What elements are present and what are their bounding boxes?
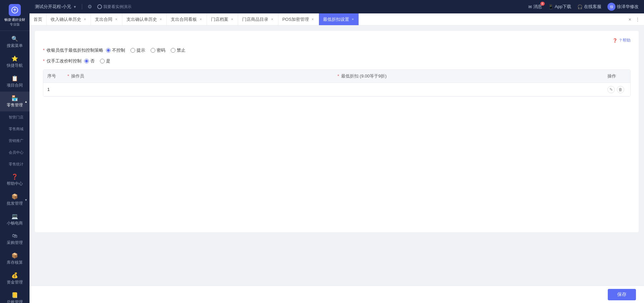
tab-close-icon[interactable]: ×: [230, 17, 234, 21]
main-area: 测试分开花程-小兄 ▼ ⚙ 我要看实例演示 ✉ 消息 8 📱 App下载 🎧 在…: [30, 0, 644, 303]
sidebar-item-project-contract[interactable]: 📋 项目合同: [0, 72, 30, 92]
trash-icon: 🗑: [619, 87, 623, 92]
edit-row-button[interactable]: ✎: [607, 86, 615, 93]
avatar: 徐: [607, 3, 615, 11]
sidebar-item-member-center[interactable]: 会员中心: [0, 147, 30, 158]
sidebar-item-help-center[interactable]: ❓ 帮助中心: [0, 170, 30, 190]
edit-icon: ✎: [609, 87, 613, 92]
tab-pos-manage[interactable]: POS加密管理 ×: [278, 13, 319, 25]
tab-store-file[interactable]: 门店档案 ×: [207, 13, 238, 25]
sidebar-item-ledger[interactable]: 📒 总账管理: [0, 289, 30, 303]
topbar-project-name: 测试分开花程-小兄: [35, 4, 71, 10]
option-password[interactable]: 密码: [151, 47, 165, 53]
discount-strategy-options: 不控制 提示 密码 禁止: [106, 47, 185, 53]
discount-table: 序号 * 操作员 * 最低折扣 (9.00等于9折) 操作: [43, 69, 631, 97]
delete-row-button[interactable]: 🗑: [617, 86, 624, 93]
sidebar-item-marketing[interactable]: 营销推广: [0, 135, 30, 147]
sidebar-item-search[interactable]: 🔍 搜索菜单: [0, 32, 30, 52]
topbar-demo[interactable]: 我要看实例演示: [97, 4, 131, 10]
tab-payment-confirm[interactable]: 支出确认单历史 ×: [122, 13, 167, 25]
search-icon: 🔍: [11, 36, 18, 42]
topbar: 测试分开花程-小兄 ▼ ⚙ 我要看实例演示 ✉ 消息 8 📱 App下载 🎧 在…: [30, 0, 644, 13]
sidebar-logo-text: 畅捷·通好业财 专业版: [4, 17, 25, 27]
radio-forbid[interactable]: [171, 48, 175, 53]
option-yes[interactable]: 是: [100, 58, 110, 64]
td-min-discount[interactable]: [333, 84, 603, 95]
content-area: ❓ ？帮助 * 收银员低于最低折扣控制策略 不控制: [30, 26, 644, 286]
tab-payment-contract[interactable]: 支出合同 ×: [91, 13, 122, 25]
app-icon: 📱: [548, 4, 553, 9]
tabs-close-icon[interactable]: ×: [627, 16, 633, 23]
topbar-project[interactable]: 测试分开花程-小兄 ▼: [35, 4, 76, 10]
package-icon: 📦: [11, 193, 18, 200]
tab-store-products[interactable]: 门店商品目录 ×: [238, 13, 278, 25]
star-icon: ⭐: [11, 55, 18, 62]
message-icon: ✉: [528, 4, 532, 9]
tab-close-active-icon[interactable]: ×: [351, 17, 355, 21]
sidebar-logo: 畅捷·通好业财 专业版: [0, 0, 30, 31]
tabs-controls: × ⋮: [625, 16, 644, 23]
sidebar-item-retail-mall[interactable]: 零售商城: [0, 123, 30, 135]
topbar-user[interactable]: 徐 徐泽华修改: [607, 3, 639, 11]
sidebar-item-smart-store[interactable]: 智营门店: [0, 111, 30, 123]
sidebar-badge: 专业版: [4, 22, 25, 27]
sidebar-item-ecommerce[interactable]: 💻 小畅电商: [0, 210, 30, 230]
sidebar-item-inventory[interactable]: 📦 库存核算: [0, 249, 30, 269]
option-forbid[interactable]: 禁止: [171, 47, 185, 53]
sidebar-item-purchase-mgmt[interactable]: 🛍 采购管理: [0, 230, 30, 249]
tabs-bar: 首页 收入确认单历史 × 支出合同 × 支出确认单历史 × 支出合同看板 × 门…: [30, 13, 644, 26]
tabs-more-icon[interactable]: ⋮: [634, 16, 641, 23]
tab-close-icon[interactable]: ×: [114, 17, 118, 21]
money-icon: 💰: [11, 272, 18, 279]
th-seq: 序号: [43, 70, 63, 83]
option-no-control[interactable]: 不控制: [106, 47, 125, 53]
store-icon: 🏪: [11, 95, 18, 101]
option-hint[interactable]: 提示: [130, 47, 145, 53]
chevron-down-icon: ▼: [24, 198, 28, 202]
sidebar-item-finance[interactable]: 💰 资金管理: [0, 269, 30, 289]
radio-password[interactable]: [151, 48, 155, 53]
required-star: *: [43, 48, 45, 53]
tab-close-icon[interactable]: ×: [199, 17, 202, 21]
sidebar-item-retail-mgmt[interactable]: 🏪 零售管理 ▲: [0, 92, 30, 111]
option-no[interactable]: 否: [84, 58, 95, 64]
tab-close-icon[interactable]: ×: [311, 17, 314, 21]
tab-min-discount[interactable]: 最低折扣设置 ×: [319, 13, 359, 25]
sidebar-item-quick-nav[interactable]: ⭐ 快捷导航: [0, 52, 30, 72]
topbar-message[interactable]: ✉ 消息 8: [528, 4, 542, 10]
td-actions: ✎ 🗑: [603, 83, 630, 96]
th-actions: 操作: [603, 70, 630, 83]
td-operator[interactable]: [63, 84, 333, 95]
shopping-icon: 🛍: [12, 233, 17, 239]
ledger-icon: 📒: [11, 292, 18, 298]
page-panel: ❓ ？帮助 * 收银员低于最低折扣控制策略 不控制: [35, 31, 639, 232]
table-header: 序号 * 操作员 * 最低折扣 (9.00等于9折) 操作: [43, 70, 630, 83]
radio-manual-no[interactable]: [84, 59, 89, 63]
manual-price-options: 否 是: [84, 58, 110, 64]
sidebar-item-batch-mgmt[interactable]: 📦 批发管理 ▼: [0, 190, 30, 210]
topbar-online-support[interactable]: 🎧 在线客服: [577, 4, 601, 10]
help-link[interactable]: ❓ ？帮助: [612, 38, 631, 43]
topbar-settings-icon[interactable]: ⚙: [88, 4, 92, 10]
tab-home[interactable]: 首页: [30, 13, 47, 25]
topbar-divider: [82, 4, 82, 9]
sidebar-item-retail-stats[interactable]: 零售统计: [0, 158, 30, 170]
radio-manual-yes[interactable]: [100, 59, 105, 63]
topbar-right: ✉ 消息 8 📱 App下载 🎧 在线客服 徐 徐泽华修改: [528, 3, 639, 11]
dropdown-arrow-icon: ▼: [73, 5, 76, 9]
tab-payment-board[interactable]: 支出合同看板 ×: [167, 13, 207, 25]
min-discount-input[interactable]: [337, 87, 599, 92]
th-operator: * 操作员: [63, 70, 333, 83]
tab-close-icon[interactable]: ×: [159, 17, 162, 21]
topbar-app-download[interactable]: 📱 App下载: [548, 4, 571, 10]
tab-income-confirm[interactable]: 收入确认单历史 ×: [47, 13, 91, 25]
tab-close-icon[interactable]: ×: [270, 17, 274, 21]
radio-hint[interactable]: [130, 48, 135, 53]
tab-close-icon[interactable]: ×: [83, 17, 87, 21]
radio-no-control[interactable]: [106, 48, 111, 53]
operator-input[interactable]: [67, 87, 329, 92]
logo-icon: [9, 4, 21, 16]
save-button[interactable]: 保存: [608, 289, 636, 300]
help-icon: ❓: [11, 173, 18, 180]
demo-circle-icon: [97, 4, 102, 9]
